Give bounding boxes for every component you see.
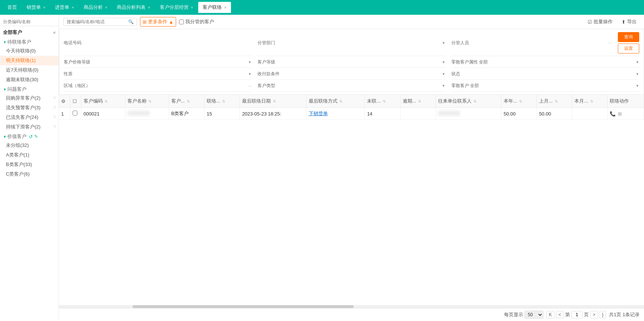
sidebar-item-class-c[interactable]: C类客户(6) <box>0 169 59 179</box>
group-problem-customers: ▼ 问题客户 <box>0 84 59 93</box>
all-customers-label: 全部客户 <box>3 29 22 36</box>
filter-nature-select[interactable]: ▼ <box>92 72 252 76</box>
sort-code-icon[interactable]: ⇅ <box>105 99 108 103</box>
filter-dept-select[interactable]: ▼ <box>286 41 445 45</box>
sidebar-item-7days[interactable]: 近7天待联络(0) <box>0 65 59 75</box>
sidebar-item-tomorrow[interactable]: 明天待联络(1) <box>0 56 59 65</box>
filter-payment-select[interactable]: ▼ <box>286 72 445 76</box>
cell-uncontacted: 14 <box>365 108 400 120</box>
filter-customer-type: 客户类型 ▼ <box>258 83 445 92</box>
filter-retail-attr-select[interactable]: ▼ <box>491 60 639 64</box>
filter-dept: 分管部门 ▼ <box>258 32 445 56</box>
close-purchase-icon[interactable]: × <box>71 5 74 10</box>
sidebar-item-attrition-warn[interactable]: 流失预警客户(3) ? <box>0 103 59 113</box>
col-checkbox[interactable]: ☐ <box>70 95 81 108</box>
prev-page-btn[interactable]: < <box>556 311 564 318</box>
my-customers-check[interactable]: 我分管的客户 <box>179 18 214 25</box>
main-search-icon[interactable]: 🔍 <box>128 19 134 24</box>
action-phone-icon[interactable]: 📞 <box>610 111 616 117</box>
nav-customer-contact[interactable]: 客户联络 × <box>198 2 231 13</box>
export-btn[interactable]: ⬆ 导出 <box>619 17 640 26</box>
close-product-analysis-icon[interactable]: × <box>105 5 107 10</box>
col-name: 客户名称 ⇅ <box>125 95 169 108</box>
close-customer-tier-icon[interactable]: × <box>191 5 193 10</box>
more-filter-btn[interactable]: ⊞ 更多条件 ▲ <box>140 17 176 27</box>
person-more-icon[interactable]: ··· <box>609 41 612 45</box>
sort-type-icon[interactable]: ⇅ <box>187 99 190 103</box>
last-page-btn[interactable]: } <box>599 311 606 318</box>
sidebar-item-abnormal[interactable]: 回购异常客户(2) ? <box>0 93 59 103</box>
content-area: 🔍 ⊞ 更多条件 ▲ 我分管的客户 ☑ 批量操作 ⬆ 导出 <box>59 15 644 321</box>
sidebar-item-class-a[interactable]: A类客户(1) <box>0 150 59 160</box>
nav-product-list[interactable]: 商品分析列表 × <box>112 2 154 13</box>
close-customer-contact-icon[interactable]: × <box>224 5 226 10</box>
filter-status-select[interactable]: ▼ <box>480 72 639 76</box>
region-more-icon[interactable]: ··· <box>248 84 252 88</box>
action-qr-icon[interactable]: ⊞ <box>618 111 622 117</box>
page-number-input[interactable] <box>571 311 582 318</box>
filter-retail-select[interactable]: ▼ <box>482 84 639 88</box>
edit-icon[interactable]: ✎ <box>34 134 38 139</box>
sidebar-item-ungrouped[interactable]: 未分组(32) <box>0 141 59 150</box>
horizontal-scrollbar[interactable] <box>59 305 644 308</box>
sidebar-item-declining[interactable]: 持续下滑客户(2) ? <box>0 122 59 132</box>
sort-uncontacted-icon[interactable]: ⇅ <box>383 99 386 103</box>
sort-person-icon[interactable]: ⇅ <box>473 99 476 103</box>
nav-product-analysis[interactable]: 商品分析 × <box>79 2 112 13</box>
next-page-btn[interactable]: > <box>590 311 598 318</box>
sort-last-month-icon[interactable]: ⇅ <box>555 99 558 103</box>
filter-panel: 电话号码 分管部门 ▼ 分管人员 ··· 查询 设置 <box>59 29 644 95</box>
sidebar-search-input[interactable] <box>3 19 58 24</box>
filter-phone-input[interactable] <box>92 40 252 45</box>
first-page-btn[interactable]: K <box>546 311 554 318</box>
filter-person-select[interactable]: ··· <box>480 41 612 45</box>
page-size-select[interactable]: 50 100 200 <box>525 311 543 319</box>
query-button[interactable]: 查询 <box>618 32 639 42</box>
collapse-icon[interactable]: « <box>53 30 56 35</box>
col-settings[interactable]: ⚙ <box>59 95 70 108</box>
cell-check[interactable] <box>70 108 81 120</box>
filter-customer-type-select[interactable]: ▼ <box>286 84 445 88</box>
cell-action: 📞 ⊞ <box>608 108 644 120</box>
col-uncontacted: 未联... ⇅ <box>365 95 400 108</box>
sort-overdue-icon[interactable]: ⇅ <box>418 99 421 103</box>
sidebar-item-class-b[interactable]: B类客户(33) <box>0 160 59 169</box>
my-customers-checkbox[interactable] <box>179 20 184 24</box>
dept-caret-icon: ▼ <box>442 41 445 45</box>
sort-this-month-icon[interactable]: ⇅ <box>590 99 593 103</box>
sidebar-search-box[interactable]: 🔍 <box>0 18 59 26</box>
nav-purchase[interactable]: 进货单 × <box>50 2 78 13</box>
cell-last-method[interactable]: 下销货单 <box>306 108 365 120</box>
search-box[interactable]: 🔍 <box>63 18 137 26</box>
set-button[interactable]: 设置 <box>618 44 639 54</box>
filter-region-label: 区域（地区） <box>64 83 90 89</box>
last-method-link[interactable]: 下销货单 <box>309 111 328 116</box>
filter-level-select[interactable]: ▼ <box>286 60 445 64</box>
sort-name-icon[interactable]: ⇅ <box>148 99 151 103</box>
filter-price-select[interactable]: ▼ <box>93 60 252 64</box>
top-nav: 首页 销货单 × 进货单 × 商品分析 × 商品分析列表 × 客户分层经营 × … <box>0 0 644 15</box>
sort-date-icon[interactable]: ⇅ <box>273 99 276 103</box>
sort-year-icon[interactable]: ⇅ <box>519 99 522 103</box>
main-search-input[interactable] <box>67 19 128 24</box>
sidebar-item-overdue[interactable]: 逾期未联络(30) <box>0 75 59 84</box>
close-product-list-icon[interactable]: × <box>148 5 150 10</box>
filter-person-label: 分管人员 <box>451 40 477 46</box>
filter-person: 分管人员 ··· 查询 设置 <box>451 32 639 56</box>
close-sales-icon[interactable]: × <box>43 5 45 10</box>
sidebar-item-today[interactable]: 今天待联络(0) <box>0 46 59 56</box>
sidebar-item-lost[interactable]: 已流失客户(24) ? <box>0 113 59 122</box>
nav-customer-tier[interactable]: 客户分层经营 × <box>155 2 197 13</box>
nav-sales[interactable]: 销货单 × <box>22 2 50 13</box>
col-contact: 联络... ⇅ <box>204 95 239 108</box>
scrollbar-thumb[interactable] <box>133 305 354 308</box>
col-overdue: 逾期... ⇅ <box>400 95 435 108</box>
col-this-year: 本年... ⇅ <box>501 95 536 108</box>
refresh-icon[interactable]: ↺ <box>29 134 33 139</box>
filter-region-select[interactable]: ··· <box>93 84 252 88</box>
row-checkbox[interactable] <box>73 111 77 115</box>
sort-method-icon[interactable]: ⇅ <box>339 99 342 103</box>
nav-home[interactable]: 首页 <box>3 2 21 13</box>
batch-op-btn[interactable]: ☑ 批量操作 <box>585 17 616 26</box>
sort-contact-icon[interactable]: ⇅ <box>222 99 225 103</box>
